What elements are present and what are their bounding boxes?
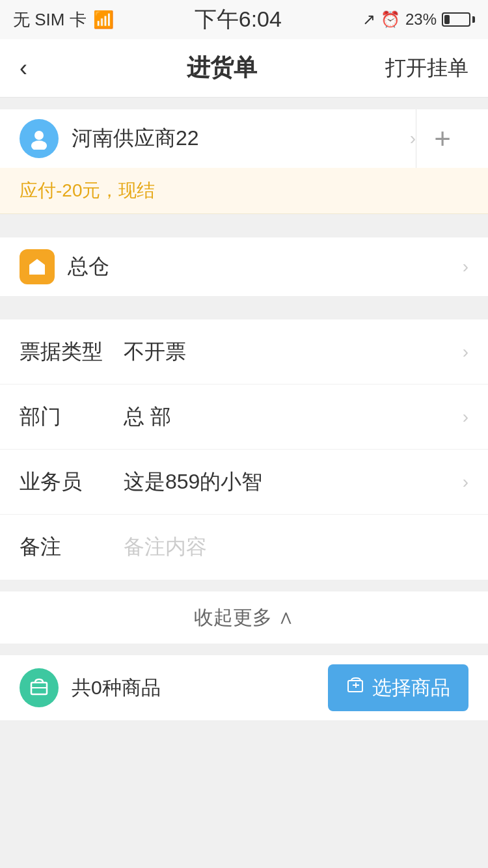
invoice-type-row[interactable]: 票据类型 不开票 › xyxy=(0,319,488,385)
avatar xyxy=(20,119,59,158)
remark-row[interactable]: 备注 备注内容 xyxy=(0,515,488,580)
battery-icon xyxy=(442,12,475,27)
invoice-type-value: 不开票 xyxy=(111,338,463,366)
location-icon: ↗ xyxy=(362,10,375,29)
salesperson-chevron-icon: › xyxy=(463,472,468,493)
page-title: 进货单 xyxy=(187,52,257,84)
salesperson-row[interactable]: 业务员 这是859的小智 › xyxy=(0,450,488,515)
salesperson-value: 这是859的小智 xyxy=(111,468,463,496)
warehouse-icon xyxy=(20,249,55,284)
product-icon xyxy=(20,668,59,707)
remark-input[interactable]: 备注内容 xyxy=(111,533,468,562)
notice-text: 应付-20元，现结 xyxy=(20,180,155,200)
collapse-button[interactable]: 收起更多 ∧ xyxy=(0,591,488,644)
status-left: 无 SIM 卡 📶 xyxy=(13,8,114,31)
warehouse-section: 总仓 › xyxy=(0,237,488,296)
department-value: 总 部 xyxy=(111,403,463,431)
carrier-text: 无 SIM 卡 xyxy=(13,8,87,31)
salesperson-label: 业务员 xyxy=(20,468,111,496)
invoice-type-label: 票据类型 xyxy=(20,338,111,366)
department-label: 部门 xyxy=(20,403,111,431)
section-divider-3 xyxy=(0,296,488,308)
svg-point-0 xyxy=(34,131,44,140)
alarm-icon: ⏰ xyxy=(381,10,400,29)
svg-rect-3 xyxy=(34,269,40,275)
warehouse-chevron-icon: › xyxy=(463,256,468,277)
form-section: 票据类型 不开票 › 部门 总 部 › 业务员 这是859的小智 › 备注 备注… xyxy=(0,319,488,580)
collapse-label: 收起更多 ∧ xyxy=(194,604,293,631)
supplier-name: 河南供应商22 xyxy=(72,124,397,153)
section-divider-1 xyxy=(0,98,488,109)
supplier-section: 河南供应商22 › + xyxy=(0,109,488,168)
section-divider-2 xyxy=(0,214,488,226)
department-row[interactable]: 部门 总 部 › xyxy=(0,385,488,450)
supplier-row[interactable]: 河南供应商22 › xyxy=(20,109,416,168)
notice-bar: 应付-20元，现结 xyxy=(0,168,488,214)
warehouse-row[interactable]: 总仓 › xyxy=(20,237,468,296)
invoice-chevron-icon: › xyxy=(463,342,468,362)
battery-percent: 23% xyxy=(405,10,437,29)
bottom-gray-area xyxy=(0,720,488,868)
status-time: 下午6:04 xyxy=(195,5,282,34)
add-supplier-button[interactable]: + xyxy=(416,109,468,168)
product-count: 共0种商品 xyxy=(72,675,315,701)
back-button[interactable]: ‹ xyxy=(20,55,59,82)
select-product-icon xyxy=(346,676,366,700)
remark-label: 备注 xyxy=(20,533,111,562)
select-product-label: 选择商品 xyxy=(372,675,450,701)
wifi-icon: 📶 xyxy=(93,10,114,30)
bottom-bar: 共0种商品 选择商品 xyxy=(0,655,488,720)
svg-point-1 xyxy=(31,141,47,150)
status-bar: 无 SIM 卡 📶 下午6:04 ↗ ⏰ 23% xyxy=(0,0,488,39)
warehouse-name: 总仓 xyxy=(68,252,450,281)
department-chevron-icon: › xyxy=(463,407,468,427)
supplier-chevron-icon: › xyxy=(410,128,416,149)
nav-bar: ‹ 进货单 打开挂单 xyxy=(0,39,488,98)
open-pending-button[interactable]: 打开挂单 xyxy=(385,54,468,83)
status-right: ↗ ⏰ 23% xyxy=(362,10,475,29)
select-product-button[interactable]: 选择商品 xyxy=(328,664,468,711)
